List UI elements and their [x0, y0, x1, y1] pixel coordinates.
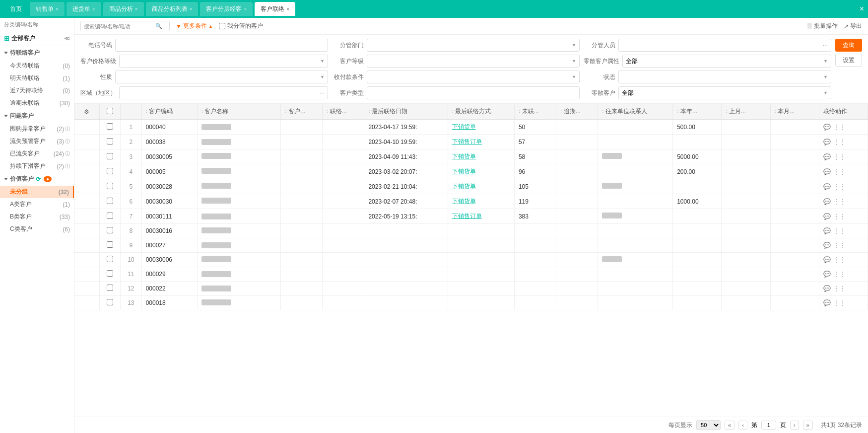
reset-button[interactable]: 设置 [835, 54, 862, 67]
sidebar-item-today[interactable]: 今天待联络 (0) [0, 60, 74, 72]
payment-select[interactable]: ▼ [367, 71, 580, 83]
row-checkbox-10[interactable] [107, 270, 113, 277]
sidebar-item-c-class[interactable]: C类客户 (6) [0, 223, 74, 235]
chat-icon-0[interactable]: 💬 [823, 124, 831, 131]
sidebar-all-customers[interactable]: ⊞ 全部客户 ≪ [0, 31, 74, 46]
my-customers-checkbox[interactable]: 我分管的客户 [219, 22, 263, 30]
page-size-select[interactable]: 50 20 100 [696, 420, 721, 430]
col-overdue-header[interactable]: : 逾期... [556, 104, 598, 120]
sidebar-item-hoarding[interactable]: 囤购异常客户 (2) ⓘ [0, 123, 74, 135]
export-button[interactable]: ↗ 导出 [844, 22, 862, 30]
sidebar-group-problem-title[interactable]: 问题客户 [0, 109, 74, 123]
tab-purchase[interactable]: 进货单 × [67, 2, 101, 16]
col-partner-header[interactable]: : 往来单位联系人 [598, 104, 673, 120]
col-nocontact-header[interactable]: : 未联... [514, 104, 556, 120]
grid-icon-11[interactable]: ⋮⋮ [834, 285, 846, 292]
col-thisyear-header[interactable]: : 本年... [673, 104, 722, 120]
nature-select[interactable]: ▼ [115, 71, 328, 83]
row-action-8[interactable]: 💬⋮⋮ [819, 238, 868, 253]
last-page-button[interactable]: » [803, 421, 813, 430]
grid-icon-9[interactable]: ⋮⋮ [834, 256, 846, 263]
row-lastway-7[interactable] [448, 224, 514, 238]
sidebar-item-week[interactable]: 近7天待联络 (0) [0, 84, 74, 97]
row-lastway-4[interactable]: 下销货单 [448, 179, 514, 194]
lastway-link-0[interactable]: 下销货单 [452, 123, 476, 130]
grid-icon-10[interactable]: ⋮⋮ [834, 271, 846, 278]
lastway-link-5[interactable]: 下销货单 [452, 198, 476, 205]
col-contact-header[interactable]: : 联络... [323, 104, 364, 120]
grid-icon-2[interactable]: ⋮⋮ [834, 153, 846, 160]
tab-customer-contact[interactable]: 客户联络 × [255, 2, 295, 16]
tab-product-analysis[interactable]: 商品分析 × [103, 2, 144, 16]
more-conditions-button[interactable]: ▼ 更多条件 ▲ [176, 22, 213, 30]
filter-search-icon[interactable]: 🔍 [155, 23, 162, 29]
row-lastway-6[interactable]: 下销售订单 [448, 209, 514, 224]
lastway-link-1[interactable]: 下销售订单 [452, 138, 482, 145]
row-checkbox-2[interactable] [107, 153, 113, 159]
tab-customer-segment-close[interactable]: × [244, 6, 247, 12]
grid-icon-8[interactable]: ⋮⋮ [834, 242, 846, 249]
row-lastway-2[interactable]: 下销货单 [448, 149, 514, 164]
row-lastway-11[interactable] [448, 282, 514, 296]
chat-icon-12[interactable]: 💬 [823, 299, 831, 306]
row-checkbox-5[interactable] [107, 198, 113, 204]
row-checkbox-7[interactable] [107, 227, 113, 233]
chat-icon-8[interactable]: 💬 [823, 242, 831, 249]
retail-customer-select[interactable]: 全部 ▼ [618, 86, 831, 99]
chat-icon-6[interactable]: 💬 [823, 213, 831, 220]
tab-home[interactable]: 首页 [4, 2, 28, 16]
grid-icon-7[interactable]: ⋮⋮ [834, 227, 846, 234]
row-action-2[interactable]: 💬⋮⋮ [819, 149, 868, 164]
sidebar-item-churn-warning[interactable]: 流失预警客户 (3) ⓘ [0, 135, 74, 147]
row-checkbox-3[interactable] [107, 168, 113, 174]
chat-icon-5[interactable]: 💬 [823, 198, 831, 205]
person-input[interactable]: ··· [618, 39, 831, 52]
region-input[interactable]: ··· [119, 86, 328, 99]
tab-customer-segment[interactable]: 客户分层经客 × [200, 2, 253, 16]
query-button[interactable]: 查询 [835, 39, 862, 52]
row-action-11[interactable]: 💬⋮⋮ [819, 282, 868, 296]
grid-icon-0[interactable]: ⋮⋮ [834, 124, 846, 131]
chat-icon-10[interactable]: 💬 [823, 271, 831, 278]
close-all-button[interactable]: × [860, 4, 864, 13]
col-code-header[interactable]: : 客户编码 [141, 104, 197, 120]
sidebar-item-churned[interactable]: 已流失客户 (24) ⓘ [0, 147, 74, 160]
tab-sales-close[interactable]: × [56, 6, 59, 12]
collapse-icon[interactable]: ≪ [64, 35, 70, 42]
col-thismonth-header[interactable]: : 本月... [770, 104, 819, 120]
col-lastdate-header[interactable]: : 最后联络日期 [364, 104, 448, 120]
col-lastmonth-header[interactable]: : 上月... [722, 104, 770, 120]
lastway-link-2[interactable]: 下销货单 [452, 153, 476, 160]
sidebar-item-overdue[interactable]: 逾期未联络 (30) [0, 97, 74, 109]
grid-icon-4[interactable]: ⋮⋮ [834, 183, 846, 190]
row-lastway-9[interactable] [448, 253, 514, 267]
price-level-select[interactable]: ▼ [119, 55, 328, 68]
customer-level-select[interactable]: ▼ [367, 55, 580, 68]
col-type-header[interactable]: : 客户... [281, 104, 323, 120]
col-name-header[interactable]: : 客户名称 [197, 104, 280, 120]
tab-purchase-close[interactable]: × [92, 6, 95, 12]
tab-product-analysis-close[interactable]: × [135, 6, 138, 12]
select-all-checkbox[interactable] [107, 108, 113, 114]
tab-sales[interactable]: 销售单 × [30, 2, 65, 16]
row-action-12[interactable]: 💬⋮⋮ [819, 296, 868, 310]
chat-icon-9[interactable]: 💬 [823, 256, 831, 263]
sidebar-item-tomorrow[interactable]: 明天待联络 (1) [0, 72, 74, 84]
row-lastway-1[interactable]: 下销售订单 [448, 135, 514, 149]
lastway-link-4[interactable]: 下销货单 [452, 183, 476, 190]
tab-product-analysis-list[interactable]: 商品分析列表 × [146, 2, 199, 16]
lastway-link-3[interactable]: 下销货单 [452, 168, 476, 175]
col-check[interactable] [99, 104, 120, 120]
tab-customer-contact-close[interactable]: × [286, 6, 289, 12]
grid-icon-3[interactable]: ⋮⋮ [834, 168, 846, 175]
sidebar-group-pending-title[interactable]: 待联络客户 [0, 46, 74, 60]
first-page-button[interactable]: « [725, 421, 734, 430]
row-checkbox-4[interactable] [107, 183, 113, 189]
row-action-4[interactable]: 💬⋮⋮ [819, 179, 868, 194]
grid-icon-12[interactable]: ⋮⋮ [834, 299, 846, 306]
phone-input[interactable] [115, 39, 328, 52]
filter-search-input[interactable] [84, 23, 153, 29]
chat-icon-2[interactable]: 💬 [823, 153, 831, 160]
row-lastway-12[interactable] [448, 296, 514, 310]
row-action-7[interactable]: 💬⋮⋮ [819, 224, 868, 238]
